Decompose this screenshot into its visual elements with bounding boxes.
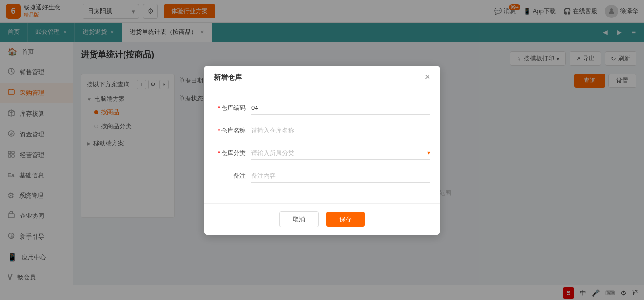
modal-footer: 取消 保存 — [204, 203, 440, 235]
name-input[interactable] — [251, 124, 430, 137]
form-row-remark: 备注 — [214, 169, 430, 183]
modal-close-btn[interactable]: ✕ — [424, 74, 430, 81]
modal-title: 新增仓库 — [214, 73, 242, 82]
category-select[interactable]: 请输入所属分类 — [251, 147, 430, 159]
form-row-category: 仓库分类 请输入所属分类 ▾ — [214, 147, 430, 160]
modal-body: 仓库编码 仓库名称 仓库分类 请输入所属分类 ▾ 备注 — [204, 90, 440, 203]
modal-overlay[interactable]: 新增仓库 ✕ 仓库编码 仓库名称 仓库分类 请输入所属分类 ▾ — [0, 0, 644, 300]
form-row-code: 仓库编码 — [214, 101, 430, 115]
category-select-wrap[interactable]: 请输入所属分类 ▾ — [251, 147, 430, 160]
form-row-name: 仓库名称 — [214, 124, 430, 137]
remark-label: 备注 — [214, 172, 251, 180]
category-label: 仓库分类 — [214, 149, 251, 158]
save-button[interactable]: 保存 — [326, 212, 365, 227]
remark-input[interactable] — [251, 169, 430, 183]
code-label: 仓库编码 — [214, 104, 251, 112]
modal-header: 新增仓库 ✕ — [204, 66, 440, 90]
cancel-button[interactable]: 取消 — [279, 211, 319, 227]
name-label: 仓库名称 — [214, 126, 251, 135]
modal-new-warehouse: 新增仓库 ✕ 仓库编码 仓库名称 仓库分类 请输入所属分类 ▾ — [204, 66, 440, 235]
code-input[interactable] — [251, 101, 430, 115]
